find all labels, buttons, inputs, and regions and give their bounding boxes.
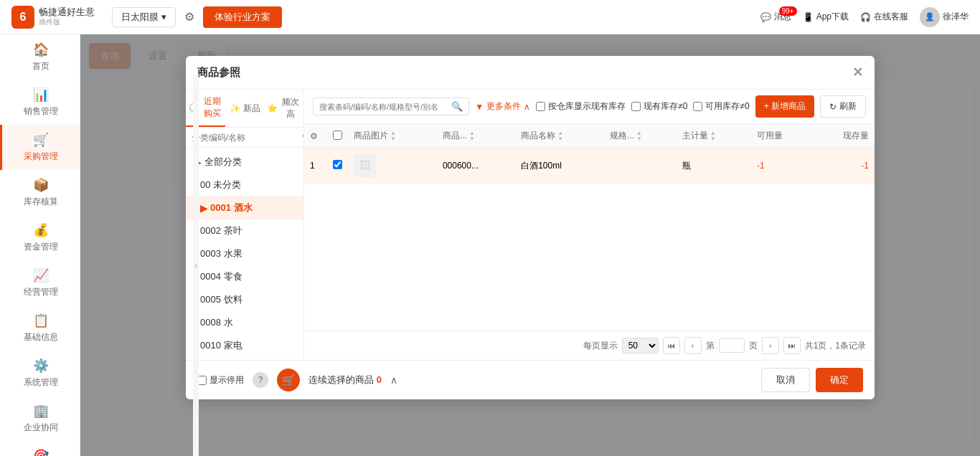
main-layout: 🏠 首页 📊 销售管理 🛒 采购管理 📦 库存核算 💰 资金管理 📈 经营管理 …	[0, 34, 980, 456]
per-page-select[interactable]: 50 100 200	[622, 338, 659, 353]
nav-right: 💬 消息 99+ 📱 App下载 🎧 在线客服 👤 徐泽华	[760, 7, 969, 27]
footer-right: 取消 确定	[761, 368, 863, 392]
sidebar-item-home[interactable]: 🏠 首页	[0, 34, 80, 80]
category-tabs: 🕐 近期购买 ✨ 新品 ⭐ 频次高	[186, 90, 303, 128]
enterprise-icon: 🏢	[33, 403, 49, 419]
prev-page-btn[interactable]: ‹	[684, 337, 702, 354]
sidebar-label-purchase: 采购管理	[24, 151, 58, 163]
th-unit: 主计量 ▲▼	[677, 124, 751, 148]
cat-item-0003[interactable]: 0003 水果	[186, 242, 303, 265]
checkbox-warehouse[interactable]: 按仓库显示现有库存	[536, 100, 626, 113]
warehouse-checkbox[interactable]	[536, 102, 545, 111]
filter-button[interactable]: ▼ 更多条件 ∧	[475, 100, 530, 113]
cat-item-label: 0004 零食	[200, 270, 242, 283]
app-download-nav[interactable]: 📱 App下载	[803, 11, 849, 23]
product-table-wrap: ⚙ 商品图片 ▲▼	[304, 124, 875, 331]
add-product-button[interactable]: + 新增商品	[755, 95, 814, 118]
table-row[interactable]: 1 🖼	[304, 148, 875, 184]
sidebar: 🏠 首页 📊 销售管理 🛒 采购管理 📦 库存核算 💰 资金管理 📈 经营管理 …	[0, 34, 80, 456]
category-search-input[interactable]	[192, 133, 299, 143]
business-icon: 📈	[33, 267, 49, 283]
cat-item-0002[interactable]: 0002 茶叶	[186, 219, 303, 242]
next-page-btn[interactable]: ›	[762, 337, 779, 354]
user-nav[interactable]: 👤 徐泽华	[920, 7, 969, 27]
th-spec: 规格... ▲▼	[604, 124, 677, 148]
cat-item-0008[interactable]: 0008 水	[186, 311, 303, 334]
checkbox-usable[interactable]: 可用库存≠0	[693, 100, 749, 113]
sidebar-item-business[interactable]: 📈 经营管理	[0, 260, 80, 305]
cat-item-0001[interactable]: ▶ 0001 酒水	[186, 196, 303, 219]
row-spec	[604, 148, 677, 184]
messages-nav[interactable]: 💬 消息 99+	[760, 11, 791, 23]
page-input[interactable]: 1	[719, 338, 745, 353]
row-num: 1	[304, 148, 327, 184]
cat-item-all[interactable]: ▶ 全部分类	[186, 151, 303, 174]
row-check	[327, 148, 348, 184]
cancel-button[interactable]: 取消	[761, 368, 810, 392]
sidebar-item-enterprise[interactable]: 🏢 企业协同	[0, 396, 80, 441]
search-input[interactable]	[319, 103, 448, 111]
first-page-btn[interactable]: ⏮	[663, 337, 680, 354]
headset-icon: 🎧	[860, 12, 871, 22]
checkbox-available[interactable]: 现有库存≠0	[631, 100, 687, 113]
usable-checkbox[interactable]	[693, 102, 702, 111]
cat-item-0005[interactable]: 0005 饮料	[186, 288, 303, 311]
store-dropdown[interactable]: 日太阳膜 ▾	[112, 7, 176, 27]
cat-tab-freq[interactable]: ⭐ 频次高	[264, 90, 303, 127]
cat-item-0004[interactable]: 0004 零食	[186, 265, 303, 288]
pagination: 每页显示 50 100 200 ⏮ ‹ 第 1 页 ›	[304, 331, 875, 360]
select-all-checkbox[interactable]	[333, 130, 342, 140]
sidebar-item-sales[interactable]: 📊 销售管理	[0, 80, 80, 125]
cat-tab-recent-label: 近期购买	[202, 95, 222, 120]
available-checkbox[interactable]	[631, 102, 641, 111]
cat-item-label: 全部分类	[204, 156, 242, 168]
cat-item-00[interactable]: 00 未分类	[186, 174, 303, 196]
search-icon[interactable]: 🔍	[451, 101, 463, 112]
sidebar-item-finance[interactable]: 💰 资金管理	[0, 215, 80, 260]
row-checkbox[interactable]	[333, 160, 342, 169]
settings-col-icon[interactable]: ⚙	[310, 131, 318, 141]
avatar: 👤	[920, 7, 940, 27]
system-icon: ⚙️	[33, 358, 49, 374]
modal-close-button[interactable]: ✕	[852, 65, 863, 80]
sidebar-item-guide[interactable]: 🎯 新手引导	[0, 441, 80, 456]
sidebar-item-system[interactable]: ⚙️ 系统管理	[0, 351, 80, 396]
home-icon: 🏠	[33, 42, 49, 57]
cat-item-label: 0001 酒水	[210, 201, 253, 214]
sidebar-item-inventory[interactable]: 📦 库存核算	[0, 170, 80, 215]
settings-icon[interactable]: ⚙	[184, 10, 194, 24]
cart-label: 连续选择的商品 0	[308, 374, 382, 386]
cart-icon[interactable]: 🛒	[277, 369, 300, 391]
cat-item-0010[interactable]: 0010 家电	[186, 334, 303, 357]
th-code: 商品... ▲▼	[437, 124, 515, 148]
sidebar-label-business: 经营管理	[24, 286, 58, 298]
last-page-btn[interactable]: ⏭	[783, 337, 801, 354]
checkbox-available-label: 现有库存≠0	[644, 100, 687, 113]
sidebar-item-basic[interactable]: 📋 基础信息	[0, 305, 80, 351]
content-area: 查询 设置 刷新 商品参照 ✕	[80, 34, 980, 456]
cat-tab-new[interactable]: ✨ 新品	[225, 90, 265, 127]
refresh-button[interactable]: ↻ 刷新	[820, 95, 866, 118]
display-stopped-checkbox[interactable]: 显示停用	[197, 374, 244, 386]
sidebar-item-purchase[interactable]: 🛒 采购管理	[0, 125, 80, 170]
online-service-nav[interactable]: 🎧 在线客服	[860, 11, 908, 23]
footer-left: 显示停用	[197, 374, 244, 386]
sidebar-label-basic: 基础信息	[24, 331, 58, 343]
chevron-up-icon[interactable]: ∧	[390, 374, 397, 386]
collapse-panel-btn[interactable]: ‹	[193, 90, 199, 360]
refresh-label: 刷新	[839, 100, 857, 113]
help-button[interactable]: ?	[253, 372, 268, 388]
finance-icon: 💰	[33, 222, 49, 238]
row-unit: 瓶	[677, 148, 751, 184]
trial-button[interactable]: 体验行业方案	[203, 6, 282, 28]
product-reference-modal: 商品参照 ✕ 🕐 近期购买 ✨	[186, 56, 875, 399]
arrow-icon: ▶	[200, 203, 207, 214]
user-name: 徐泽华	[943, 11, 969, 23]
row-name: 白酒100ml	[515, 148, 604, 184]
toolbar: 🔍 ▼ 更多条件 ∧ 按仓库显示现有库存	[304, 90, 875, 124]
logo-icon: 6	[11, 6, 34, 29]
selected-count-num: 0	[377, 374, 382, 385]
cat-tab-recent[interactable]: 🕐 近期购买	[186, 90, 225, 127]
confirm-button[interactable]: 确定	[816, 368, 863, 392]
th-stock: 现存量	[813, 124, 875, 148]
